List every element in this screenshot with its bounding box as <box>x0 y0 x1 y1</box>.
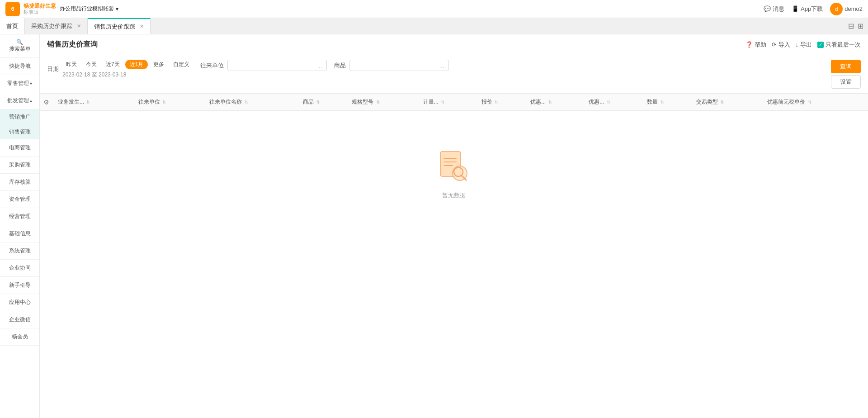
date-btn-more[interactable]: 更多 <box>150 60 168 69</box>
sort-icon-partner-name: ⇅ <box>245 100 248 104</box>
user-profile[interactable]: d demo2 <box>830 3 863 15</box>
tab-home[interactable]: 首页 <box>0 18 25 34</box>
main-layout: 🔍 搜索菜单 快捷导航 零售管理 ▾ 批发管理 ▴ 营销推广 销售管理 <box>0 34 868 418</box>
sidebar-item-app-center[interactable]: 应用中心 <box>0 294 39 311</box>
chevron-up-icon: ▴ <box>30 98 32 103</box>
goods-dots[interactable]: ... <box>438 62 449 69</box>
date-btn-7days[interactable]: 近7天 <box>102 60 123 69</box>
sidebar-item-marketing[interactable]: 营销推广 <box>0 109 39 124</box>
table-header-row: ⚙ 业务发生... ⇅ 往来单位 ⇅ 往来单位名称 ⇅ <box>40 94 868 111</box>
goods-input[interactable] <box>350 60 438 71</box>
sidebar-section-wholesale: 营销推广 销售管理 <box>0 109 39 139</box>
sidebar-item-search-menu[interactable]: 🔍 搜索菜单 <box>0 34 39 58</box>
sort-icon-unit: ⇅ <box>441 100 444 104</box>
dropdown-arrow: ▾ <box>116 6 118 12</box>
col-business-date[interactable]: 业务发生... ⇅ <box>54 94 135 111</box>
topbar-right: 💬 消息 📱 App下载 d demo2 <box>764 3 863 15</box>
tab-sales[interactable]: 销售历史价跟踪 ✕ <box>88 18 151 34</box>
gear-icon[interactable]: ⚙ <box>43 99 49 106</box>
workspace-selector[interactable]: 办公用品行业模拟账套 ▾ <box>60 5 118 13</box>
sidebar-item-wechat[interactable]: 企业微信 <box>0 311 39 328</box>
sidebar-item-purchase[interactable]: 采购管理 <box>0 157 39 174</box>
only-last-checkbox[interactable]: ✓ 只看最后一次 <box>817 41 861 49</box>
sidebar-item-guide[interactable]: 新手引导 <box>0 277 39 294</box>
sidebar-item-quick-nav[interactable]: 快捷导航 <box>0 58 39 75</box>
page-header: 销售历史价查询 ❓ 帮助 ⟳ 导入 ↓ 导出 ✓ 只看最后一次 <box>40 34 868 55</box>
content-area: 销售历史价查询 ❓ 帮助 ⟳ 导入 ↓ 导出 ✓ 只看最后一次 <box>40 34 868 418</box>
partner-input[interactable] <box>228 60 316 71</box>
table-container: ⚙ 业务发生... ⇅ 往来单位 ⇅ 往来单位名称 ⇅ <box>40 94 868 418</box>
col-partner-name[interactable]: 往来单位名称 ⇅ <box>206 94 299 111</box>
sort-icon-discount1: ⇅ <box>548 100 552 104</box>
topbar-left: 6 畅捷通好生意 标准版 办公用品行业模拟账套 ▾ <box>5 2 118 16</box>
help-btn[interactable]: ❓ 帮助 <box>745 41 766 49</box>
tab-minimize-btn[interactable]: ⊟ <box>848 22 854 30</box>
tab-purchase-label: 采购历史价跟踪 <box>31 22 72 30</box>
avatar: d <box>830 3 843 15</box>
sort-icon-pretax-price: ⇅ <box>808 100 811 104</box>
partner-dots[interactable]: ... <box>316 62 327 69</box>
tab-sales-close[interactable]: ✕ <box>140 24 144 29</box>
message-btn[interactable]: 💬 消息 <box>764 5 784 13</box>
export-btn[interactable]: ↓ 导出 <box>796 41 812 49</box>
empty-text: 暂无数据 <box>442 191 466 200</box>
sidebar-item-ecommerce[interactable]: 电商管理 <box>0 139 39 157</box>
date-btn-1month[interactable]: 近1月 <box>125 60 148 69</box>
only-last-label: 只看最后一次 <box>826 41 861 49</box>
app-download-btn[interactable]: 📱 App下载 <box>792 5 823 13</box>
sidebar-item-member[interactable]: 畅会员 <box>0 328 39 346</box>
tab-spacer <box>151 18 844 34</box>
sidebar-item-wholesale[interactable]: 批发管理 ▴ <box>0 92 39 109</box>
tab-sales-label: 销售历史价跟踪 <box>94 23 135 31</box>
sidebar-item-finance[interactable]: 资金管理 <box>0 191 39 208</box>
empty-illustration <box>434 147 474 188</box>
col-trade-type[interactable]: 交易类型 ⇅ <box>693 94 764 111</box>
sort-icon-discount2: ⇅ <box>607 100 610 104</box>
col-price[interactable]: 报价 ⇅ <box>478 94 527 111</box>
brand-name: 畅捷通好生意 <box>24 3 56 9</box>
tab-maximize-btn[interactable]: ⊞ <box>858 22 863 30</box>
sidebar-item-system[interactable]: 系统管理 <box>0 242 39 260</box>
topbar: 6 畅捷通好生意 标准版 办公用品行业模拟账套 ▾ 💬 消息 📱 App下载 d… <box>0 0 868 18</box>
date-btn-yesterday[interactable]: 昨天 <box>62 60 80 69</box>
sidebar-item-inventory[interactable]: 库存核算 <box>0 174 39 191</box>
date-btn-today[interactable]: 今天 <box>82 60 100 69</box>
sidebar-item-operations[interactable]: 经营管理 <box>0 208 39 225</box>
col-spec[interactable]: 规格型号 ⇅ <box>348 94 419 111</box>
col-discount1[interactable]: 优惠... ⇅ <box>527 94 585 111</box>
chevron-down-icon: ▾ <box>30 81 32 86</box>
app-subtitle: 标准版 <box>24 9 56 15</box>
goods-label: 商品 <box>334 62 346 70</box>
col-goods[interactable]: 商品 ⇅ <box>299 94 349 111</box>
sort-icon-partner-code: ⇅ <box>162 100 166 104</box>
date-range-text: 2023-02-18 至 2023-03-18 <box>62 71 193 79</box>
date-btn-custom[interactable]: 自定义 <box>170 60 193 69</box>
goods-filter-group: 商品 ... <box>334 60 449 71</box>
data-table: ⚙ 业务发生... ⇅ 往来单位 ⇅ 往来单位名称 ⇅ <box>40 94 868 111</box>
sort-icon-spec: ⇅ <box>376 100 380 104</box>
col-unit[interactable]: 计量... ⇅ <box>420 94 478 111</box>
filter-area: 日期 昨天 今天 近7天 近1月 更多 自定义 2023-02-18 至 202… <box>40 55 868 94</box>
col-settings[interactable]: ⚙ <box>40 94 54 111</box>
checkbox-icon: ✓ <box>817 42 824 48</box>
tab-purchase[interactable]: 采购历史价跟踪 ✕ <box>25 18 88 34</box>
sidebar-item-retail[interactable]: 零售管理 ▾ <box>0 75 39 92</box>
col-partner-code[interactable]: 往来单位 ⇅ <box>135 94 206 111</box>
import-label: 导入 <box>778 41 790 49</box>
query-button[interactable]: 查询 <box>831 60 861 73</box>
export-label: 导出 <box>800 41 812 49</box>
import-btn[interactable]: ⟳ 导入 <box>772 41 790 49</box>
settings-button[interactable]: 设置 <box>831 75 861 89</box>
col-quantity[interactable]: 数量 ⇅ <box>643 94 693 111</box>
sidebar-item-basic-info[interactable]: 基础信息 <box>0 225 39 242</box>
col-discount2[interactable]: 优惠... ⇅ <box>585 94 643 111</box>
sort-icon-quantity: ⇅ <box>660 100 664 104</box>
empty-state: 暂无数据 <box>40 111 868 236</box>
sort-icon-business-date: ⇅ <box>86 100 90 104</box>
partner-filter-group: 往来单位 ... <box>200 60 327 71</box>
sidebar-item-sales-mgmt[interactable]: 销售管理 <box>0 124 39 139</box>
tab-purchase-close[interactable]: ✕ <box>77 23 81 29</box>
sort-icon-price: ⇅ <box>495 100 498 104</box>
col-pretax-price[interactable]: 优惠前无税单价 ⇅ <box>764 94 868 111</box>
sidebar-item-enterprise[interactable]: 企业协同 <box>0 260 39 277</box>
